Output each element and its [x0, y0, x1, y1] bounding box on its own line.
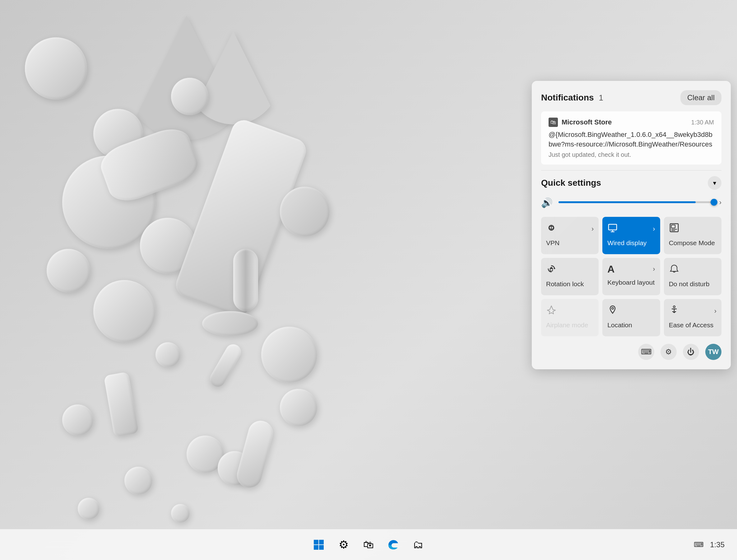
- location-icon: [607, 305, 618, 318]
- qs-airplane-mode-label: Airplane mode: [546, 321, 588, 329]
- notification-time: 1:30 AM: [691, 119, 714, 126]
- shape-sphere-3: [171, 78, 208, 115]
- quick-settings-collapse-button[interactable]: ▾: [708, 176, 721, 190]
- qs-airplane-mode[interactable]: Airplane mode: [541, 299, 599, 336]
- settings-button[interactable]: ⚙: [660, 344, 677, 360]
- qs-location-label: Location: [607, 321, 632, 329]
- volume-row: 🔊 ›: [541, 197, 721, 208]
- qs-compose-mode-icon-row: [669, 222, 716, 236]
- shape-sphere-1: [25, 37, 87, 100]
- volume-slider-fill: [558, 201, 696, 203]
- qs-compose-mode[interactable]: Compose Mode: [664, 217, 721, 254]
- notifications-title: Notifications: [541, 93, 594, 103]
- quick-settings-title: Quick settings: [541, 178, 601, 188]
- shape-sphere-8: [62, 404, 93, 436]
- shape-sm-1: [124, 467, 152, 495]
- wired-display-icon: [607, 222, 618, 236]
- clear-all-button[interactable]: Clear all: [680, 90, 721, 105]
- taskbar-settings-icon[interactable]: ⚙: [334, 535, 353, 554]
- volume-icon: 🔊: [541, 197, 553, 208]
- settings-gear-icon: ⚙: [665, 348, 672, 356]
- shape-cylinder: [233, 249, 258, 311]
- taskbar-file-explorer-icon[interactable]: 🗂: [409, 535, 427, 554]
- ease-of-access-icon: [669, 305, 679, 318]
- keyboard-layout-arrow-icon: ›: [653, 265, 655, 273]
- svg-point-13: [673, 306, 675, 308]
- keyboard-toggle-icon: ⌨: [641, 348, 652, 356]
- svg-rect-16: [314, 545, 319, 550]
- vpn-arrow-icon: ›: [591, 225, 594, 233]
- taskbar-time[interactable]: 1:35: [710, 540, 725, 549]
- svg-point-12: [612, 307, 613, 309]
- svg-rect-17: [319, 545, 324, 550]
- svg-rect-14: [314, 540, 319, 544]
- svg-rect-2: [609, 224, 617, 230]
- qs-do-not-disturb[interactable]: Do not disturb: [664, 258, 721, 295]
- chevron-down-icon: ▾: [713, 179, 716, 187]
- rotation-lock-icon: [546, 264, 557, 277]
- qs-rotation-lock[interactable]: Rotation lock: [541, 258, 599, 295]
- shape-sphere-7: [156, 342, 180, 367]
- action-center: Notifications 1 Clear all 🛍 Microsoft St…: [532, 81, 731, 369]
- taskbar-store-icon[interactable]: 🛍: [359, 535, 378, 554]
- qs-ease-of-access[interactable]: › Ease of Access: [664, 299, 721, 336]
- settings-taskbar-icon: ⚙: [339, 538, 349, 551]
- vpn-icon: [546, 222, 557, 236]
- qs-keyboard-layout-label: Keyboard layout: [607, 279, 655, 286]
- qs-location-icon-row: [607, 305, 655, 318]
- qs-vpn-icon-row: ›: [546, 222, 594, 236]
- windows-logo-icon: [313, 539, 325, 551]
- shape-sm-3: [207, 342, 244, 390]
- notification-card[interactable]: 🛍 Microsoft Store 1:30 AM @{Microsoft.Bi…: [541, 111, 721, 165]
- user-initials: TW: [708, 348, 719, 356]
- taskbar: ⚙ 🛍 🗂 ⌨ 1:35: [0, 529, 737, 560]
- qs-rotation-lock-label: Rotation lock: [546, 280, 584, 288]
- qs-dnd-icon-row: [669, 264, 716, 277]
- user-avatar-button[interactable]: TW: [705, 344, 721, 360]
- shape-sm-5: [171, 504, 190, 523]
- qs-dnd-label: Do not disturb: [669, 280, 710, 288]
- volume-slider[interactable]: [558, 201, 714, 204]
- notifications-title-area: Notifications 1: [541, 93, 603, 103]
- volume-expand-arrow[interactable]: ›: [719, 198, 721, 207]
- qs-ease-of-access-label: Ease of Access: [669, 321, 714, 329]
- shape-torus: [202, 311, 258, 336]
- do-not-disturb-icon: [669, 264, 679, 277]
- notification-app-name: Microsoft Store: [562, 118, 612, 126]
- qs-compose-mode-label: Compose Mode: [669, 239, 715, 247]
- taskbar-system-icons: ⌨: [694, 541, 704, 549]
- qs-location[interactable]: Location: [602, 299, 660, 336]
- taskbar-center: ⚙ 🛍 🗂: [310, 535, 427, 554]
- quick-settings-grid: › VPN › Wired display: [541, 217, 721, 336]
- qs-ease-icon-row: ›: [669, 305, 716, 318]
- taskbar-clock: 1:35: [710, 540, 725, 549]
- power-button[interactable]: ⏻: [683, 344, 699, 360]
- taskbar-start-button[interactable]: [310, 535, 328, 554]
- taskbar-keyboard-icon[interactable]: ⌨: [694, 541, 704, 549]
- shape-sphere-6: [47, 249, 90, 292]
- ease-of-access-arrow-icon: ›: [714, 307, 716, 315]
- keyboard-toggle-button[interactable]: ⌨: [638, 344, 654, 360]
- qs-wired-display-icon-row: ›: [607, 222, 655, 236]
- qs-keyboard-layout-icon-row: A ›: [607, 264, 655, 275]
- qs-wired-display[interactable]: › Wired display: [602, 217, 660, 254]
- taskbar-edge-icon[interactable]: [384, 535, 403, 554]
- notification-sub: Just got updated, check it out.: [548, 151, 714, 158]
- power-icon: ⏻: [687, 348, 695, 356]
- volume-slider-track: [558, 201, 714, 203]
- edge-browser-icon: [387, 539, 399, 551]
- shape-lg-1: [261, 327, 317, 383]
- notifications-header: Notifications 1 Clear all: [541, 90, 721, 105]
- keyboard-layout-icon: A: [607, 264, 614, 275]
- file-explorer-taskbar-icon: 🗂: [413, 539, 423, 551]
- svg-rect-6: [671, 225, 675, 228]
- quick-settings-bottom-row: ⌨ ⚙ ⏻ TW: [541, 344, 721, 360]
- quick-settings-header: Quick settings ▾: [541, 176, 721, 190]
- desktop-shapes: [0, 0, 560, 544]
- shape-sphere-5: [93, 280, 156, 342]
- notifications-count: 1: [599, 93, 603, 103]
- qs-vpn[interactable]: › VPN: [541, 217, 599, 254]
- qs-keyboard-layout[interactable]: A › Keyboard layout: [602, 258, 660, 295]
- qs-wired-display-label: Wired display: [607, 239, 646, 247]
- svg-rect-15: [319, 540, 324, 544]
